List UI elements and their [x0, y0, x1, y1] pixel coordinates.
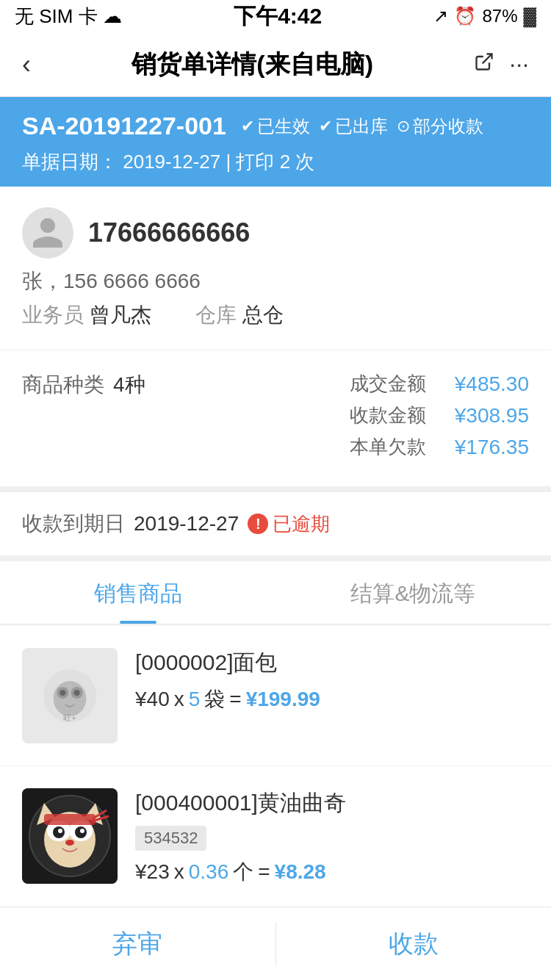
status-bar: 无 SIM 卡 ☁ 下午4:42 ↗ ⏰ 87% ▓ [0, 0, 551, 32]
product-total-2: ¥8.28 [275, 860, 326, 884]
product-price-1: ¥40 [135, 688, 170, 711]
svg-line-0 [483, 54, 492, 64]
overdue-badge: ! 已逾期 [248, 511, 330, 537]
due-date-value: 2019-12-27 [134, 512, 239, 536]
product-price-2: ¥23 [135, 860, 170, 884]
product-tag-2: 534532 [135, 826, 206, 851]
category-item: 商品种类 4种 [22, 371, 145, 399]
overdue-text: 已逾期 [273, 511, 330, 537]
date-label: 单据日期： [22, 151, 118, 173]
customer-meta: 业务员 曾凡杰 仓库 总仓 [22, 301, 529, 329]
salesperson-meta: 业务员 曾凡杰 [22, 301, 151, 329]
summary-left: 商品种类 4种 [22, 371, 145, 466]
deal-amount-label: 成交金额 [350, 371, 426, 397]
share-icon[interactable] [474, 51, 494, 78]
tab-sales-products[interactable]: 销售商品 [0, 561, 276, 624]
badge-effective: ✔ 已生效 [241, 115, 310, 138]
collected-label: 收款金额 [350, 403, 426, 428]
owed-label: 本单欠款 [350, 434, 426, 460]
status-left: 无 SIM 卡 ☁ [15, 4, 122, 29]
check-icon-2: ✔ [319, 117, 332, 136]
owed-value: ¥176.35 [441, 436, 529, 459]
product-name-1: [0000002]面包 [135, 648, 529, 678]
battery-icon: ▓ [524, 6, 537, 26]
deal-amount-row: 成交金额 ¥485.30 [350, 371, 529, 397]
list-item: 旺+ [0000002]面包 ¥40 x 5 袋 = ¥199.99 [0, 626, 551, 766]
order-date-row: 单据日期： 2019-12-27 | 打印 2 次 [22, 149, 529, 175]
badge-shipped-label: 已出库 [335, 115, 388, 138]
product-name-2: [000400001]黄油曲奇 [135, 788, 529, 818]
overdue-icon: ! [248, 514, 268, 534]
summary-section: 商品种类 4种 成交金额 ¥485.30 收款金额 ¥308.95 本单欠款 ¥… [0, 350, 551, 492]
clock-icon: ⊙ [397, 117, 410, 136]
summary-right: 成交金额 ¥485.30 收款金额 ¥308.95 本单欠款 ¥176.35 [350, 371, 529, 466]
avatar [22, 207, 73, 259]
alarm-icon: ⏰ [454, 6, 476, 26]
due-date-section: 收款到期日 2019-12-27 ! 已逾期 [0, 492, 551, 561]
product-unit-2: 个 [233, 858, 253, 886]
customer-row: 17666666666 [22, 207, 529, 259]
product-qty-1: 5 [189, 688, 201, 711]
svg-rect-20 [44, 814, 96, 825]
list-item: [000400001]黄油曲奇 534532 ¥23 x 0.36 个 = ¥8… [0, 766, 551, 909]
product-eq-1: = [229, 688, 241, 711]
cancel-button[interactable]: 弃审 [0, 907, 276, 980]
customer-section: 17666666666 张，156 6666 6666 业务员 曾凡杰 仓库 总… [0, 187, 551, 350]
product-price-row-2: ¥23 x 0.36 个 = ¥8.28 [135, 858, 529, 886]
salesperson-label: 业务员 [22, 301, 84, 329]
tab-sales-products-label: 销售商品 [94, 581, 182, 605]
category-label: 商品种类 [22, 371, 104, 399]
product-eq-2: = [258, 860, 270, 884]
warehouse-label: 仓库 [195, 301, 237, 329]
collected-value: ¥308.95 [441, 404, 529, 428]
product-price-row-1: ¥40 x 5 袋 = ¥199.99 [135, 685, 529, 713]
svg-point-17 [65, 840, 74, 846]
customer-sub-info: 张，156 6666 6666 [22, 267, 529, 295]
order-badges: ✔ 已生效 ✔ 已出库 ⊙ 部分收款 [241, 115, 483, 138]
check-icon-1: ✔ [241, 117, 254, 136]
owed-row: 本单欠款 ¥176.35 [350, 434, 529, 460]
badge-partial-label: 部分收款 [413, 115, 483, 138]
order-id: SA-20191227-001 [22, 112, 226, 140]
category-value: 4种 [113, 371, 145, 399]
page-title: 销货单详情(来自电脑) [132, 48, 373, 82]
product-info-1: [0000002]面包 ¥40 x 5 袋 = ¥199.99 [135, 648, 529, 713]
collected-row: 收款金额 ¥308.95 [350, 403, 529, 428]
warehouse-name: 总仓 [242, 301, 284, 329]
tab-settlement[interactable]: 结算&物流等 [276, 561, 551, 624]
product-unit-1: 袋 [204, 685, 225, 713]
battery-level: 87% [482, 6, 517, 26]
badge-partial: ⊙ 部分收款 [397, 115, 483, 138]
nav-right-actions: ··· [474, 51, 529, 78]
svg-point-5 [60, 690, 65, 696]
svg-point-2 [54, 681, 87, 716]
status-time: 下午4:42 [234, 1, 322, 32]
svg-text:旺+: 旺+ [63, 713, 76, 722]
customer-phone: 17666666666 [88, 217, 250, 248]
product-list: 旺+ [0000002]面包 ¥40 x 5 袋 = ¥199.99 [0, 626, 551, 909]
product-x-2: x [174, 860, 184, 884]
product-qty-2: 0.36 [189, 860, 229, 884]
product-total-1: ¥199.99 [246, 688, 320, 711]
product-thumbnail-1: 旺+ [22, 648, 118, 743]
warehouse-meta: 仓库 总仓 [195, 301, 284, 329]
svg-point-15 [58, 829, 62, 833]
print-info: | 打印 2 次 [226, 151, 314, 173]
svg-point-16 [80, 829, 84, 833]
order-date: 2019-12-27 [123, 151, 220, 173]
badge-shipped: ✔ 已出库 [319, 115, 388, 138]
badge-effective-label: 已生效 [257, 115, 310, 138]
more-icon[interactable]: ··· [509, 51, 529, 78]
bottom-bar: 弃审 收款 [0, 907, 551, 980]
due-date-label: 收款到期日 [22, 510, 125, 538]
product-info-2: [000400001]黄油曲奇 534532 ¥23 x 0.36 个 = ¥8… [135, 788, 529, 886]
status-right: ↗ ⏰ 87% ▓ [433, 6, 536, 26]
location-icon: ↗ [433, 6, 448, 26]
nav-bar: ‹ 销货单详情(来自电脑) ··· [0, 32, 551, 97]
svg-point-6 [74, 690, 80, 696]
deal-amount-value: ¥485.30 [441, 372, 529, 396]
back-button[interactable]: ‹ [22, 49, 31, 80]
salesperson-name: 曾凡杰 [90, 301, 151, 329]
confirm-button[interactable]: 收款 [276, 907, 552, 980]
order-header-banner: SA-20191227-001 ✔ 已生效 ✔ 已出库 ⊙ 部分收款 单据日期：… [0, 97, 551, 187]
